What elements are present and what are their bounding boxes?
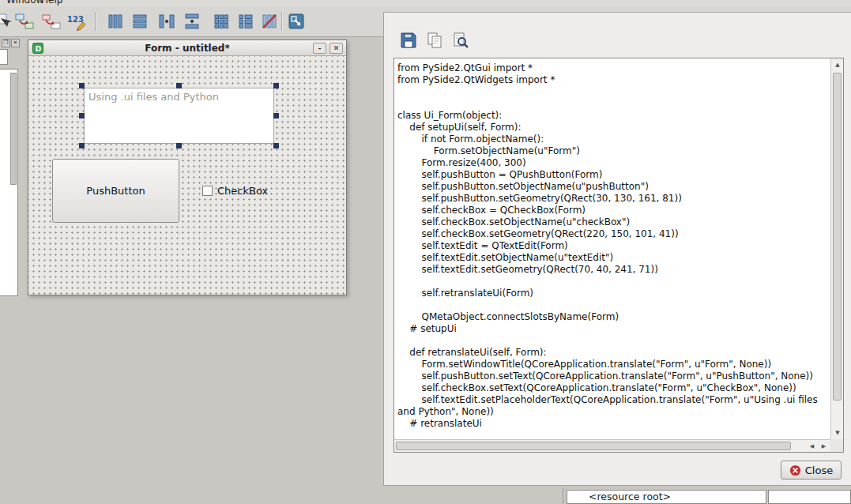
save-button[interactable]	[397, 29, 420, 51]
menubar: Window Help	[0, 0, 851, 7]
form-window-title: Form - untitled*	[28, 43, 346, 54]
selection-handle-bottom-center[interactable]	[176, 143, 182, 149]
checkbox-label: CheckBox	[217, 185, 268, 197]
form-canvas[interactable]: Using .ui files and Python PushButton Ch…	[28, 56, 346, 295]
adjust-size-button[interactable]	[286, 11, 307, 32]
layout-vertical-button[interactable]	[130, 11, 150, 32]
toolbar-separator	[95, 12, 96, 31]
layout-horizontal-icon	[107, 13, 124, 30]
layout-splitter-horizontal-icon	[158, 13, 175, 30]
layout-form-button[interactable]	[235, 11, 256, 32]
copy-icon	[426, 32, 443, 49]
edit-tab-order-icon: 123	[66, 12, 87, 31]
selection-handle-top-left[interactable]	[79, 83, 85, 88]
code-view[interactable]: from PySide2.QtGui import * from PySide2…	[393, 58, 844, 453]
layout-form-icon	[237, 13, 254, 30]
close-button[interactable]: ✕	[329, 43, 343, 54]
break-layout-button[interactable]	[259, 11, 280, 32]
edit-tab-order-button[interactable]: 123	[66, 11, 87, 32]
layout-splitter-horizontal-button[interactable]	[156, 11, 177, 32]
selection-handle-bottom-left[interactable]	[79, 143, 85, 149]
scroll-left-icon[interactable]: ◀	[806, 440, 818, 452]
close-dialog-label: Close	[805, 465, 833, 476]
widgetbox-filter-fragment[interactable]	[0, 49, 8, 65]
layout-vertical-icon	[131, 13, 149, 30]
layout-grid-button[interactable]	[211, 11, 232, 32]
generated-python-code[interactable]: from PySide2.QtGui import * from PySide2…	[394, 58, 830, 439]
selection-handle-top-right[interactable]	[273, 83, 279, 88]
pushbutton-label: PushButton	[86, 185, 145, 197]
scroll-right-icon[interactable]: ▶	[818, 440, 830, 452]
edit-buddies-button[interactable]	[41, 11, 62, 32]
toolbar-separator	[281, 12, 283, 31]
layout-grid-icon	[213, 13, 230, 30]
edit-buddies-icon	[42, 12, 61, 31]
minimize-button[interactable]: -	[313, 43, 326, 54]
svg-text:123: 123	[67, 15, 84, 24]
code-preview-dialog: from PySide2.QtGui import * from PySide2…	[383, 12, 851, 486]
dock-close-button[interactable]: ✕	[11, 39, 20, 47]
dock-float-button[interactable]: ❐	[2, 39, 10, 47]
find-icon	[452, 32, 469, 49]
textedit-widget[interactable]: Using .ui files and Python	[84, 88, 274, 144]
resource-panel-fragment[interactable]	[768, 490, 851, 504]
scroll-up-icon[interactable]: ▲	[831, 58, 844, 71]
pushbutton-widget[interactable]: PushButton	[52, 159, 179, 223]
selection-handle-bottom-right[interactable]	[273, 143, 279, 149]
dock-icon: ❐	[3, 39, 8, 46]
edit-widgets-icon	[0, 12, 12, 31]
horizontal-scrollbar-thumb[interactable]	[396, 442, 791, 450]
layout-splitter-vertical-button[interactable]	[182, 11, 202, 32]
vertical-scrollbar[interactable]: ▲ ▼	[830, 58, 843, 439]
close-dialog-button[interactable]: Close	[781, 461, 842, 480]
edit-signals-slots-button[interactable]	[14, 11, 35, 32]
selection-handle-middle-left[interactable]	[79, 113, 85, 118]
menu-help[interactable]: Help	[41, 0, 62, 6]
close-icon: ✕	[13, 39, 18, 46]
copy-button[interactable]	[424, 29, 446, 51]
resource-root-item[interactable]: <resource root>	[567, 490, 766, 504]
form-designer-window: D Form - untitled* - ✕ Using .ui files a…	[28, 39, 347, 295]
selection-handle-middle-right[interactable]	[273, 113, 279, 118]
horizontal-scrollbar[interactable]: ◀ ▶	[394, 439, 830, 452]
layout-horizontal-button[interactable]	[105, 11, 126, 32]
scroll-down-icon[interactable]: ▼	[831, 427, 844, 439]
close-circle-icon	[789, 465, 801, 476]
break-layout-icon	[261, 13, 278, 30]
vertical-scrollbar-thumb[interactable]	[833, 73, 842, 401]
scrollbar-corner	[830, 439, 843, 452]
find-button[interactable]	[450, 29, 472, 51]
save-icon	[400, 32, 417, 49]
menu-window[interactable]: Window	[6, 0, 43, 6]
edit-signals-slots-icon	[15, 12, 34, 31]
selection-handle-top-center[interactable]	[176, 83, 182, 88]
layout-splitter-vertical-icon	[183, 13, 201, 30]
form-window-titlebar[interactable]: D Form - untitled* - ✕	[28, 40, 346, 56]
adjust-size-icon	[288, 13, 305, 30]
checkbox-indicator[interactable]	[202, 186, 213, 196]
widgetbox-scrollbar[interactable]	[10, 73, 17, 185]
edit-widgets-button[interactable]	[0, 11, 13, 32]
checkbox-widget[interactable]: CheckBox	[202, 175, 282, 207]
panel-divider	[563, 487, 563, 504]
